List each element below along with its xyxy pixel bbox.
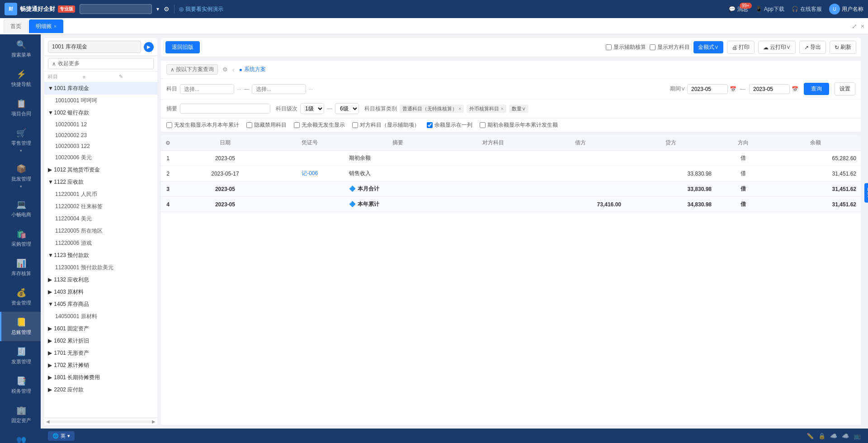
sidebar-item-hr[interactable]: 👥 工资 [0,429,41,443]
tab-home[interactable]: 首页 [4,19,28,33]
period-from-input[interactable] [687,84,728,94]
settings-icon[interactable]: ⚙ [164,5,170,13]
sidebar-item-capital[interactable]: 💰 资金管理 [0,282,41,312]
show-contra-checkbox[interactable]: 显示对方科目 [650,43,690,51]
sidebar-item-search[interactable]: 🔍 搜索菜单 [0,34,41,64]
show-aux-input[interactable] [606,44,612,50]
refresh-btn[interactable]: ↻ 刷新 [830,41,856,54]
close-all-icon[interactable]: × [861,23,864,30]
tree-item-11220002[interactable]: 11220002 往来标签 [44,200,157,213]
no-occur-input[interactable] [166,122,172,128]
top-search-input[interactable] [80,4,152,14]
settings-btn[interactable]: 设置 [835,82,855,95]
tree-item-10020001[interactable]: 10020001 12 [44,119,157,130]
tab-detail[interactable]: 明细账 × [29,19,63,33]
tree-item-10020003[interactable]: 10020003 122 [44,141,157,152]
period-cum-input[interactable] [480,122,486,128]
sidebar-item-tax[interactable]: 📑 税务管理 [0,371,41,400]
checkbox-period-cum[interactable]: 期初余额显示年本累计发生额 [480,121,558,129]
tree-item-11220004[interactable]: 11220004 美元 [44,213,157,225]
voucher-link[interactable]: 记-006 [302,170,318,176]
hide-forbidden-input[interactable] [246,122,252,128]
show-aux-checkbox[interactable]: 显示辅助核算 [606,43,646,51]
tree-header-edit-icon[interactable]: ✎ [119,74,154,80]
tree-item-11220001[interactable]: 11220001 人民币 [44,188,157,200]
tag-normal-remove[interactable]: × [458,106,461,111]
balance-col-input[interactable] [427,122,433,128]
online-service-area[interactable]: 🎧 在线客服 [792,5,822,13]
period-calendar-icon1[interactable]: 📅 [730,86,736,92]
export-btn[interactable]: ↗ 导出 [799,41,826,54]
monitor-icon[interactable]: 📺 [854,433,861,439]
tree-item-11230001[interactable]: 11230001 预付款款美元 [44,262,157,274]
tree-item-1702[interactable]: ▶ 1702 累计摊销 [44,359,157,372]
tree-item-1001[interactable]: ▼ 1001 库存现金 [44,82,157,95]
subject-more-icon[interactable]: ··· [237,86,241,92]
tree-header-list-icon[interactable]: ≡ [83,74,118,80]
query-btn[interactable]: 查询 [804,83,829,95]
tree-item-2202[interactable]: ▶ 2202 应付款 [44,384,157,396]
level-to-select[interactable]: 6级4级5级 [335,103,359,114]
tree-item-10020006[interactable]: 10020006 美元 [44,152,157,164]
subject-input2[interactable] [252,84,306,94]
sidebar-item-wholesale[interactable]: 📦 批发管理 ▾ [0,158,41,194]
tree-item-14050001[interactable]: 14050001 原材料 [44,310,157,323]
tree-item-1602[interactable]: ▶ 1602 累计折旧 [44,335,157,347]
collapse-query-btn[interactable]: ∧ 按以下方案查询 [166,64,218,75]
cloud-icon2[interactable]: ☁️ [842,433,849,439]
checkbox-no-balance[interactable]: 无余额无发生显示 [294,121,345,129]
horizontal-scrollbar[interactable] [50,420,152,423]
tree-item-1601[interactable]: ▶ 1601 固定资产 [44,323,157,335]
sidebar-item-ecommerce[interactable]: 💻 小畅电商 [0,194,41,224]
tree-item-1002[interactable]: ▼ 1002 银行存款 [44,107,157,119]
sidebar-item-quick[interactable]: ⚡ 快捷导航 [0,64,41,93]
summary-input[interactable] [180,104,270,114]
gear-col-icon[interactable]: ⚙ [165,140,170,146]
more-btn[interactable]: ∧ 收起更多 [48,58,154,69]
sidebar-item-retail[interactable]: 🛒 零售管理 ▾ [0,123,41,158]
account-nav-btn[interactable]: ▶ [144,42,154,52]
sidebar-item-purchase[interactable]: 🛍️ 采购管理 [0,224,41,253]
scheme-btn[interactable]: ● 系统方案 [239,66,266,73]
no-balance-input[interactable] [294,122,300,128]
maximize-icon[interactable]: ⤢ [852,23,857,30]
tree-item-1403[interactable]: ▶ 1403 原材料 [44,286,157,298]
demo-link[interactable]: ◎ 我要看实例演示 [179,5,223,13]
return-old-btn[interactable]: 退回旧版 [165,41,200,53]
level-from-select[interactable]: 1级2级3级 [300,103,324,114]
period-to-input[interactable] [749,84,790,94]
tab-detail-close[interactable]: × [54,24,57,29]
tree-item-11220005[interactable]: 11220005 所在地区 [44,225,157,237]
format-btn[interactable]: 金额式∨ [693,41,723,53]
tree-item-1701[interactable]: ▶ 1701 无形资产 [44,347,157,359]
period-label[interactable]: 期间∨ [670,85,685,93]
edit-icon[interactable]: ✏️ [807,433,814,439]
sidebar-item-inventory[interactable]: 📊 库存核算 [0,253,41,282]
cloud-print-btn[interactable]: ☁ 云打印∨ [758,41,796,54]
scroll-right-btn[interactable]: ▶ [152,419,156,424]
side-tab[interactable]: Eat [864,183,868,203]
print-btn[interactable]: 🖨 打印 [727,41,755,54]
tree-item-11220006[interactable]: 11220006 游戏 [44,237,157,249]
subject-input[interactable] [180,84,234,94]
tree-item-10020002[interactable]: 10020002 23 [44,130,157,141]
search-dropdown-btn[interactable]: ▾ [156,6,159,12]
query-arrow-left-icon[interactable]: ‹ [232,66,235,73]
contra-input[interactable] [352,122,358,128]
sidebar-item-project[interactable]: 📋 项目合同 [0,93,41,123]
checkbox-balance-col[interactable]: 余额显示在一列 [427,121,472,129]
tree-item-1123[interactable]: ▼ 1123 预付款款 [44,249,157,262]
tree-item-1132[interactable]: ▶ 1132 应收利息 [44,274,157,286]
sidebar-item-fixed[interactable]: 🏢 固定资产 [0,400,41,429]
tree-item-1405[interactable]: ▼ 1405 库存商品 [44,298,157,310]
subject-more-icon2[interactable]: ··· [309,86,313,92]
checkbox-no-occur[interactable]: 无发生额显示本月本年累计 [166,121,239,129]
tree-item-1122[interactable]: ▼ 1122 应收款 [44,176,157,188]
col-gear[interactable]: ⚙ [161,135,175,151]
app-download-area[interactable]: 📱 App下载 [755,5,784,13]
cloud-icon1[interactable]: ☁️ [830,433,837,439]
message-area[interactable]: 💬 消息 99+ [729,5,748,13]
checkbox-hide-forbidden[interactable]: 隐藏禁用科目 [246,121,287,129]
sidebar-item-general[interactable]: 📒 总账管理 [0,312,41,341]
lang-btn[interactable]: 🌐 英 ▾ [48,431,75,441]
